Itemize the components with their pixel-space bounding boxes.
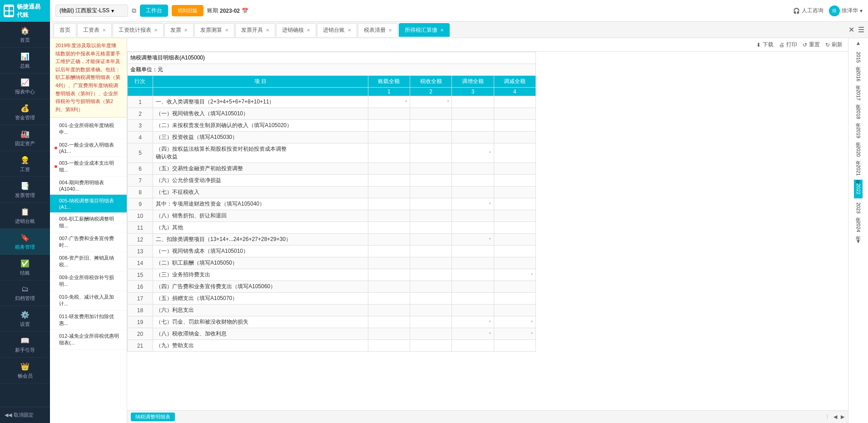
cell-c2[interactable]: [410, 143, 452, 163]
calendar-icon[interactable]: 📅: [242, 8, 248, 14]
sidebar-item-设置[interactable]: ⚙️设置: [0, 306, 50, 332]
scroll-right-icon[interactable]: ▶: [841, 414, 844, 420]
cell-c1[interactable]: [368, 198, 410, 210]
tabbar-close-all[interactable]: ✕: [848, 25, 854, 34]
cell-c4[interactable]: *: [494, 269, 536, 281]
year-item-2023年[interactable]: 2023年: [854, 199, 863, 217]
cell-c1[interactable]: [368, 246, 410, 257]
sidebar-item-报表中心[interactable]: 📈报表中心: [0, 74, 50, 99]
cell-c4[interactable]: [494, 305, 536, 316]
cell-c3[interactable]: [452, 120, 494, 132]
cell-c2[interactable]: [410, 120, 452, 132]
cell-c1[interactable]: [368, 305, 410, 316]
refresh-btn[interactable]: ↻ 刷新: [825, 41, 843, 49]
cell-item[interactable]: （三）业务招待费支出: [153, 269, 368, 281]
cell-c1[interactable]: [368, 340, 410, 352]
cell-c2[interactable]: [410, 316, 452, 328]
cell-c4[interactable]: [494, 257, 536, 269]
cell-c4[interactable]: [494, 198, 536, 210]
tab-所得税汇算缴[interactable]: 所得税汇算缴✕: [399, 23, 450, 37]
cell-c4[interactable]: *: [494, 316, 536, 328]
cell-c1[interactable]: [368, 234, 410, 246]
cell-c1[interactable]: [368, 222, 410, 234]
form-item-012[interactable]: 012-减免企业所得税优惠明细表(...: [50, 330, 127, 349]
cell-item[interactable]: （六）公允价值变动净损益: [153, 175, 368, 187]
year-item-2022年[interactable]: 2022年: [854, 180, 863, 198]
cell-c1[interactable]: [368, 175, 410, 187]
cell-c1[interactable]: [368, 132, 410, 143]
cell-c4[interactable]: [494, 175, 536, 187]
cell-c4[interactable]: [494, 132, 536, 143]
form-item-003[interactable]: 003-一般企业成本支出明细...: [50, 157, 127, 177]
cell-c3[interactable]: [452, 175, 494, 187]
tabbar-menu[interactable]: ☰: [858, 25, 864, 34]
cell-c3[interactable]: [452, 257, 494, 269]
year-nav-up[interactable]: ▲: [848, 38, 868, 48]
tab-close-icon[interactable]: ✕: [266, 28, 269, 33]
sidebar-item-畅会员[interactable]: 👑畅会员: [0, 358, 50, 384]
cell-c2[interactable]: *: [410, 96, 452, 108]
cell-c2[interactable]: [410, 269, 452, 281]
cell-c4[interactable]: [494, 281, 536, 293]
tab-发票开具[interactable]: 发票开具✕: [235, 23, 275, 37]
form-item-006[interactable]: 006-职工薪酬纳税调整明细...: [50, 213, 127, 232]
cell-item[interactable]: （四）广告费和业务宣传费支出（填写A105060）: [153, 281, 368, 293]
form-item-005[interactable]: 005-纳税调整项目明细表(A1...: [50, 195, 127, 213]
cell-item[interactable]: 其中：专项用途财政性资金（填写A105040）: [153, 198, 368, 210]
customer-service-btn[interactable]: 🎧 人工咨询: [793, 7, 823, 15]
copy-icon[interactable]: ⧉: [132, 7, 136, 15]
cell-c1[interactable]: [368, 316, 410, 328]
cell-c2[interactable]: [410, 234, 452, 246]
year-nav-down[interactable]: ▼: [848, 236, 868, 246]
cell-c4[interactable]: [494, 163, 536, 175]
scroll-left-icon[interactable]: ◀: [833, 414, 837, 420]
cell-item[interactable]: 一、收入类调整项目（2+3+4+5+6+7+8+10+11）: [153, 96, 368, 108]
form-item-008[interactable]: 008-资产折旧、摊销及纳税...: [50, 252, 127, 271]
sidebar-item-新手引导[interactable]: 📖新手引导: [0, 332, 50, 358]
cell-c4[interactable]: [494, 187, 536, 198]
tab-close-icon[interactable]: ✕: [347, 28, 351, 33]
cell-c1[interactable]: [368, 143, 410, 163]
year-item-2024年[interactable]: 2024年: [854, 217, 863, 236]
tab-发票测算[interactable]: 发票测算✕: [194, 23, 234, 37]
cell-c4[interactable]: [494, 120, 536, 132]
cell-c2[interactable]: [410, 210, 452, 222]
year-item-2019年[interactable]: 2019年: [854, 123, 863, 142]
bottom-tab[interactable]: 纳税调整明细表: [131, 413, 175, 421]
cell-c4[interactable]: [494, 340, 536, 352]
cell-c2[interactable]: [410, 257, 452, 269]
cell-item[interactable]: （九）赞助支出: [153, 340, 368, 352]
cell-item[interactable]: （八）销售折扣、折让和退回: [153, 210, 368, 222]
tab-工资统计报表[interactable]: 工资统计报表✕: [113, 23, 164, 37]
cell-c1[interactable]: [368, 187, 410, 198]
company-dropdown-icon[interactable]: ▾: [111, 8, 114, 14]
cell-c3[interactable]: [452, 210, 494, 222]
tab-close-icon[interactable]: ✕: [225, 28, 228, 33]
form-item-002[interactable]: 002-一般企业收入明细表(A1...: [50, 139, 127, 157]
year-item-2020年[interactable]: 2020年: [854, 142, 863, 161]
cell-c4[interactable]: [494, 108, 536, 120]
cell-c2[interactable]: [410, 305, 452, 316]
sidebar-item-资金管理[interactable]: 💰资金管理: [0, 99, 50, 125]
form-item-004[interactable]: 004-期间费用明细表(A1040...: [50, 177, 127, 195]
tab-进销确核[interactable]: 进销确核✕: [276, 23, 316, 37]
cell-c3[interactable]: *: [452, 234, 494, 246]
tab-close-icon[interactable]: ✕: [440, 28, 444, 33]
cell-c3[interactable]: [452, 293, 494, 305]
cell-item[interactable]: （九）其他: [153, 222, 368, 234]
cell-c3[interactable]: [452, 246, 494, 257]
cell-c2[interactable]: [410, 108, 452, 120]
table-scroll[interactable]: 纳税调整项目明细表(A105000) 金额单位：元 行次 项 目 账载全额: [127, 52, 848, 410]
cell-c2[interactable]: [410, 132, 452, 143]
user-menu[interactable]: 徐 徐泽华 ▾: [829, 5, 863, 16]
cell-c3[interactable]: [452, 187, 494, 198]
tab-close-icon[interactable]: ✕: [388, 28, 392, 33]
tab-发票[interactable]: 发票✕: [164, 23, 193, 37]
cell-c3[interactable]: *: [452, 328, 494, 340]
cell-c1[interactable]: [368, 120, 410, 132]
sidebar-item-工资[interactable]: 👷工资: [0, 151, 50, 177]
cell-item[interactable]: （七）不征税收入: [153, 187, 368, 198]
cell-c2[interactable]: [410, 293, 452, 305]
form-item-009[interactable]: 009-企业所得税弥补亏损明...: [50, 271, 127, 291]
cell-c4[interactable]: [494, 222, 536, 234]
